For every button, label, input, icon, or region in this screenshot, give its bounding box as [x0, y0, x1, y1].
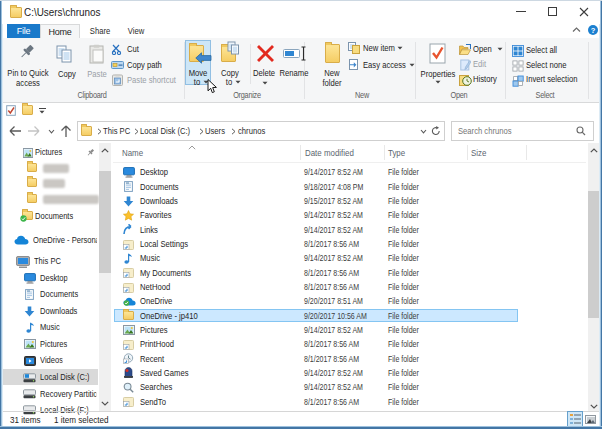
svg-text:?: ? [591, 26, 596, 35]
